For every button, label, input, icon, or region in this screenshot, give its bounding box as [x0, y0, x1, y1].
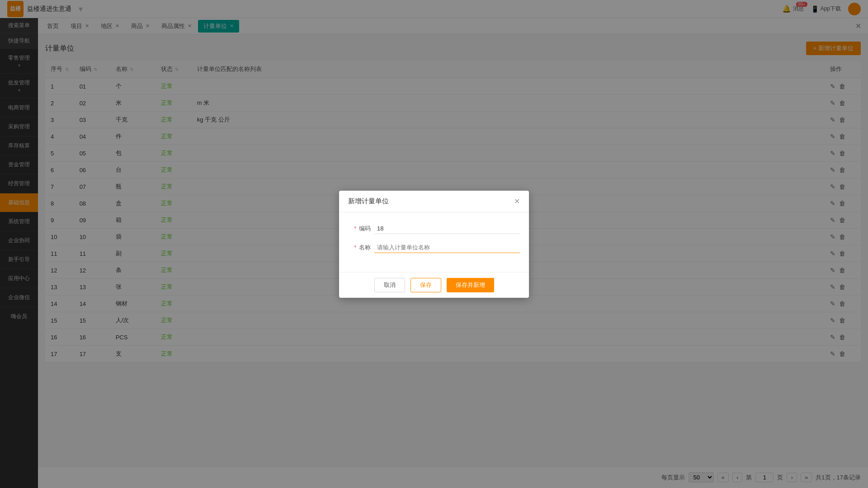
- dialog-title: 新增计量单位: [348, 197, 389, 206]
- required-star-code: *: [354, 225, 356, 232]
- form-row-code: * 编码: [348, 223, 520, 234]
- code-label: * 编码: [348, 225, 371, 233]
- dialog-close-btn[interactable]: ✕: [514, 197, 520, 206]
- form-row-name: * 名称: [348, 242, 520, 253]
- code-input[interactable]: [374, 223, 520, 234]
- dialog-body: * 编码 * 名称: [339, 212, 529, 272]
- save-btn[interactable]: 保存: [410, 278, 441, 292]
- name-input[interactable]: [374, 242, 520, 253]
- dialog-footer: 取消 保存 保存并新增: [339, 272, 529, 298]
- name-label: * 名称: [348, 244, 371, 252]
- save-and-new-btn[interactable]: 保存并新增: [447, 278, 494, 292]
- cancel-btn[interactable]: 取消: [374, 278, 405, 292]
- required-star-name: *: [354, 244, 356, 251]
- dialog: 新增计量单位 ✕ * 编码 * 名称 取消 保存 保存并新增: [339, 191, 529, 298]
- dialog-overlay[interactable]: 新增计量单位 ✕ * 编码 * 名称 取消 保存 保存并新增: [0, 0, 868, 488]
- dialog-header: 新增计量单位 ✕: [339, 191, 529, 212]
